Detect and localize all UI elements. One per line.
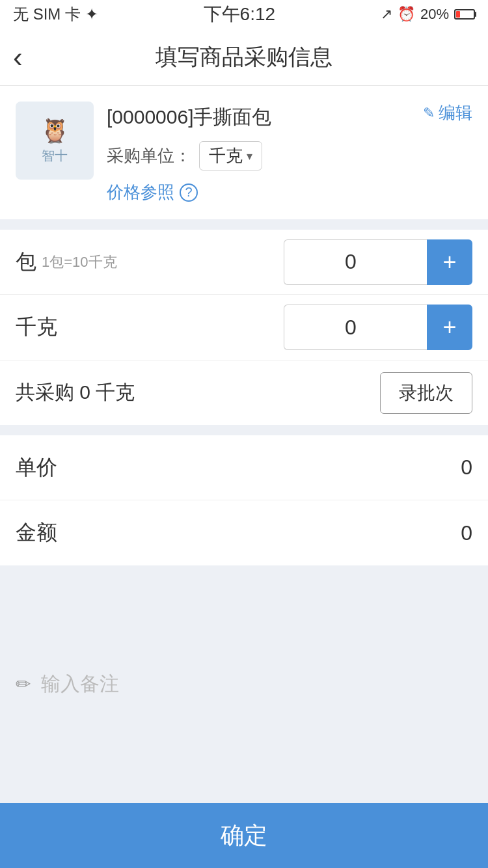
status-time: 下午6:12 [204, 2, 276, 27]
kg-input-row: 千克 + [0, 295, 488, 360]
amount-value: 0 [461, 521, 472, 545]
price-ref-label[interactable]: 价格参照 [107, 181, 174, 204]
nav-bar: ‹ 填写商品采购信息 [0, 29, 488, 86]
bag-sublabel: 1包=10千克 [42, 252, 284, 272]
input-section: 包 1包=10千克 + 千克 + [0, 230, 488, 360]
status-left: 无 SIM 卡 ✦ [13, 4, 98, 25]
battery-icon [454, 9, 475, 20]
price-ref-row: 价格参照 ? [107, 181, 472, 204]
kg-input-wrapper: + [284, 305, 472, 350]
price-ref-help-icon[interactable]: ? [180, 183, 198, 202]
pencil-icon: ✏ [16, 673, 31, 695]
confirm-button[interactable]: 确定 [0, 803, 488, 868]
unit-label: 采购单位： [107, 144, 191, 167]
product-name: [0000006]手撕面包 [107, 104, 472, 131]
price-section: 单价 0 金额 0 [0, 435, 488, 565]
edit-label: 编辑 [439, 102, 472, 124]
bag-plus-button[interactable]: + [427, 239, 472, 285]
unit-price-label: 单价 [16, 454, 461, 482]
status-right: ↗ ⏰ 20% [381, 6, 475, 23]
bag-input-row: 包 1包=10千克 + [0, 230, 488, 295]
product-thumbnail: 🦉 智十 [16, 102, 94, 180]
unit-price-row: 单价 0 [0, 435, 488, 500]
bag-input-wrapper: + [284, 239, 472, 285]
status-bar: 无 SIM 卡 ✦ 下午6:12 ↗ ⏰ 20% [0, 0, 488, 29]
product-unit-row: 采购单位： 千克 ▾ [107, 141, 472, 170]
kg-plus-button[interactable]: + [427, 305, 472, 350]
note-placeholder: 输入备注 [41, 671, 119, 698]
kg-label: 千克 [16, 313, 284, 342]
note-section[interactable]: ✏ 输入备注 [0, 565, 488, 803]
product-info: [0000006]手撕面包 采购单位： 千克 ▾ 价格参照 ? [107, 102, 472, 204]
no-sim-label: 无 SIM 卡 ✦ [13, 4, 98, 25]
unit-dropdown[interactable]: 千克 ▾ [199, 141, 262, 170]
signal-icon: ↗ [381, 6, 392, 23]
unit-price-value: 0 [461, 455, 472, 480]
amount-label: 金额 [16, 519, 461, 547]
amount-row: 金额 0 [0, 500, 488, 565]
kg-quantity-input[interactable] [284, 305, 427, 350]
product-thumb-label: 智十 [42, 147, 68, 165]
dropdown-arrow-icon: ▾ [247, 149, 252, 163]
edit-icon: ✎ [423, 105, 435, 122]
bag-label: 包 [16, 248, 36, 277]
summary-section: 共采购 0 千克 录批次 [0, 360, 488, 425]
product-card: 🦉 智十 [0000006]手撕面包 采购单位： 千克 ▾ 价格参照 ? ✎ 编… [0, 86, 488, 219]
owl-icon: 🦉 [40, 117, 70, 144]
page-title: 填写商品采购信息 [156, 42, 332, 72]
divider-2 [0, 425, 488, 435]
back-button[interactable]: ‹ [13, 43, 52, 72]
alarm-icon: ⏰ [398, 6, 415, 23]
summary-text: 共采购 0 千克 [16, 379, 380, 406]
batch-button[interactable]: 录批次 [380, 372, 472, 414]
bag-quantity-input[interactable] [284, 239, 427, 285]
battery-label: 20% [420, 6, 449, 23]
divider-1 [0, 219, 488, 230]
unit-value: 千克 [209, 144, 243, 167]
edit-button[interactable]: ✎ 编辑 [423, 102, 472, 124]
